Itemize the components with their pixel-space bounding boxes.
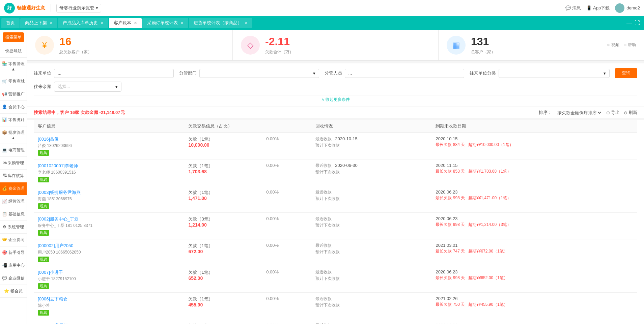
help-btn[interactable]: ⊙ 帮助	[623, 42, 636, 48]
cell-debt-4: 欠款（1笔） 672.00	[184, 239, 262, 266]
sidebar-label-newbie: 新手引导	[8, 250, 25, 255]
store-select[interactable]: 母婴行业演示账套 ▾	[56, 4, 101, 12]
minimize-btn[interactable]: —	[626, 20, 632, 26]
overdue-link-2[interactable]: 超期¥¥1,471.00（1笔）	[468, 196, 511, 200]
search-menu-btn[interactable]: 搜索菜单	[3, 32, 24, 42]
overdue-link-3[interactable]: 超期¥¥1,214.00（3笔）	[468, 222, 511, 227]
sidebar-item-marketing[interactable]: 📢 营销推广	[0, 88, 27, 101]
customer-name-6[interactable]: [0006]去下粮仓	[38, 296, 67, 301]
debt-amount-4[interactable]: 672.00	[188, 249, 258, 254]
cell-return-2: 最近收款 预计下次收款	[311, 186, 431, 213]
phone-icon: 📱	[586, 5, 592, 10]
customer-name-3[interactable]: [0002]服务中心_丁磊	[38, 216, 79, 222]
debt-amount-2[interactable]: 1,471.00	[188, 196, 258, 201]
customer-sub-2: 海燕 18513066976	[38, 196, 180, 202]
balance-input[interactable]: 选择... ▾	[54, 82, 121, 92]
sidebar-item-newbie[interactable]: 🎯 新手引导	[0, 246, 27, 259]
sidebar-item-enterprise-coop[interactable]: 🤝 企业协同	[0, 234, 27, 246]
debt-amount-0[interactable]: 10,000.00	[188, 142, 258, 148]
collapse-filters-btn[interactable]: ∧ 收起更多条件	[34, 95, 637, 104]
tab-customer-account[interactable]: 客户账本 ✕	[109, 18, 142, 28]
customer-name-2[interactable]: [0003]畅捷服务尹海燕	[38, 190, 81, 195]
debt-count-2: 欠款（1笔）	[188, 189, 258, 196]
unit-class-input[interactable]: ▾	[499, 69, 610, 78]
overdue-link-1[interactable]: 超期¥¥1,703.68（1笔）	[468, 169, 511, 174]
person-input[interactable]: ...	[345, 69, 465, 78]
sidebar-item-ecommerce[interactable]: 💻 电商管理	[0, 144, 27, 157]
cell-return-1: 最近收款 2020-06-30 预计下次收款	[311, 159, 431, 186]
sidebar-item-batch-mgmt[interactable]: 📦 批发管理 ▲	[0, 126, 27, 144]
overdue-link-5[interactable]: 超期¥¥652.00（1笔）	[468, 275, 508, 280]
export-btn[interactable]: ⊙ 导出	[606, 110, 620, 116]
sidebar-item-retail-mgmt[interactable]: 🏪 零售管理 ▲	[0, 58, 27, 75]
tab-import-summary-close[interactable]: ✕	[245, 21, 248, 25]
sidebar-item-system[interactable]: ⚙ 系统管理	[0, 221, 27, 234]
debt-amount-5[interactable]: 652.00	[188, 275, 258, 281]
video-btn[interactable]: ⊙ 视频	[607, 42, 619, 48]
filter-row-2: 往来余额 选择... ▾	[34, 82, 637, 92]
customer-name-4[interactable]: [000002]用户2050	[38, 243, 74, 248]
tab-product-history-close[interactable]: ✕	[101, 21, 104, 25]
sort-select[interactable]: 按欠款金额倒序排序	[556, 110, 602, 116]
sidebar-item-member[interactable]: 👤 会员中心	[0, 101, 27, 114]
return-next-0: 预计下次收款	[315, 143, 427, 148]
sidebar-item-enterprise-wx[interactable]: 💬 企业微信	[0, 272, 27, 285]
tab-purchase-summary[interactable]: 采购订单统计表 ✕	[142, 18, 188, 28]
cell-return-5: 最近收款 预计下次收款	[311, 266, 431, 293]
sidebar-label-enterprise-coop: 企业协同	[8, 237, 25, 242]
return-last-label-0: 最近收款 2020-10-15	[315, 136, 427, 142]
cell-debt-1: 欠款（1笔） 1,703.68	[184, 159, 262, 186]
dept-input[interactable]: ▾	[199, 69, 319, 78]
overdue-link-6[interactable]: 超期¥¥455.90（1笔）	[468, 302, 508, 307]
sidebar-item-finance[interactable]: 💰 资金管理	[0, 182, 27, 195]
tab-home[interactable]: 首页	[1, 18, 20, 28]
tab-customer-account-close[interactable]: ✕	[134, 21, 137, 25]
customer-name-5[interactable]: [0007]小进干	[38, 270, 63, 275]
refresh-icon: ⊙	[624, 110, 627, 115]
message-btn[interactable]: 💬 消息	[565, 5, 581, 11]
customer-name-0[interactable]: [0016]吕俊	[38, 137, 59, 142]
debt-amount-6[interactable]: 455.90	[188, 302, 258, 307]
cell-debt-pct-5: 0.00%	[262, 266, 311, 293]
app-download-btn[interactable]: 📱 App下载	[586, 5, 610, 11]
overdue-text-4: 最长欠款 747 天 超期¥¥672.00（1笔）	[436, 248, 633, 254]
tab-purchase-summary-close[interactable]: ✕	[180, 21, 184, 25]
finance-icon: 💰	[2, 186, 7, 191]
overdue-link-4[interactable]: 超期¥¥672.00（1笔）	[468, 249, 508, 254]
sidebar-label-finance: 资金管理	[8, 186, 25, 191]
filter-dept: 分管部门 ▾	[179, 69, 319, 78]
query-btn[interactable]: 查询	[615, 68, 637, 78]
customer-tag-2: 现购	[38, 203, 49, 209]
sidebar-item-quick-nav[interactable]: 快捷导航	[0, 45, 27, 58]
sidebar-item-vip-member[interactable]: ⭐ 畅会员	[0, 285, 27, 298]
due-date-6: 2021.02.26	[436, 296, 633, 301]
tab-import-summary[interactable]: 进货单统计表（按商品） ✕	[189, 18, 252, 28]
tab-product-history[interactable]: 产成品入库单历史 ✕	[58, 18, 108, 28]
cell-return-6: 最近收款 预计下次收款	[311, 293, 431, 319]
cell-due-6: 2021.02.26 最长欠款 750 天 超期¥¥455.90（1笔）	[431, 293, 637, 319]
customer-sub-4: 用户2050 18665062050	[38, 249, 180, 255]
tab-product-off-label: 商品上下架	[25, 20, 47, 26]
sidebar-item-retail-stat[interactable]: 📊 零售统计	[0, 114, 27, 126]
maximize-btn[interactable]: ⛶	[635, 20, 640, 26]
sidebar-item-retail-mall[interactable]: 🛒 零售商城	[0, 75, 27, 88]
return-next-4: 预计下次收款	[315, 249, 427, 255]
sidebar-item-basic-info[interactable]: 📋 基础信息	[0, 208, 27, 221]
sidebar-item-app-center[interactable]: 📲 应用中心	[0, 259, 27, 272]
overdue-link-0[interactable]: 超期¥¥10,000.00（1笔）	[468, 142, 513, 147]
from-unit-input[interactable]: ...	[54, 69, 174, 78]
stat-info-debt-customers: 16 总欠款客户（家）	[59, 35, 92, 55]
tab-product-off-close[interactable]: ✕	[50, 21, 53, 25]
refresh-btn[interactable]: ⊙ 刷新	[624, 110, 637, 116]
sidebar-item-inventory[interactable]: 🏗 库存核算	[0, 170, 27, 182]
tab-bar-actions: — ⛶	[626, 20, 643, 26]
tab-product-off[interactable]: 商品上下架 ✕	[20, 18, 57, 28]
customer-name-1[interactable]: [0001020001]李老师	[38, 163, 78, 168]
debt-amount-3[interactable]: 1,214.00	[188, 222, 258, 228]
sidebar-label-app-center: 应用中心	[8, 263, 25, 268]
user-area[interactable]: demo2	[615, 3, 640, 13]
debt-amount-1[interactable]: 1,703.68	[188, 169, 258, 174]
from-unit-label: 往来单位	[34, 70, 51, 76]
sidebar-item-purchase-mgmt[interactable]: 🛍 采购管理	[0, 157, 27, 170]
sidebar-item-operation[interactable]: 📈 经营管理	[0, 195, 27, 208]
